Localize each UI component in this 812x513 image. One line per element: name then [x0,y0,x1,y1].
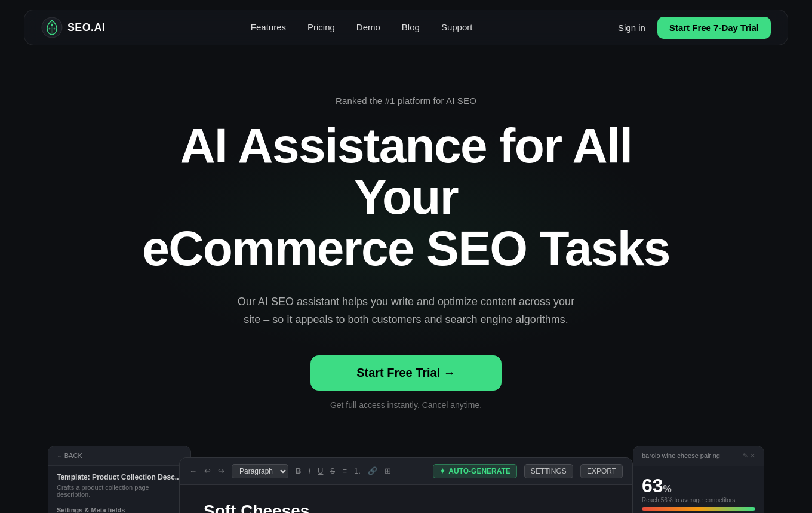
nav-support[interactable]: Support [441,22,473,32]
logo-icon [41,17,63,38]
list-icon[interactable]: ≡ [342,466,347,475]
ordered-list-icon[interactable]: 1. [354,466,361,475]
query-label: barolo wine cheese pairing [642,452,720,459]
score-bar [642,507,755,511]
undo-icon[interactable]: ↩ [204,466,211,475]
back-label: BACK [64,452,82,459]
nav-blog[interactable]: Blog [402,22,420,32]
template-description: Crafts a product collection page descrip… [57,484,182,498]
signin-link[interactable]: Sign in [618,23,645,33]
left-panel: ← BACK Template: Product Collection Desc… [48,446,191,513]
score-section: 63% Reach 56% to average competitors TY … [633,466,764,513]
hero-cta-button[interactable]: Start Free Trial → [310,355,502,391]
settings-button[interactable]: SETTINGS [524,464,573,478]
edit-icons: ✎ ✕ [743,452,755,460]
italic-icon[interactable]: I [308,466,310,475]
hero-subtitle: Our AI SEO assistant helps you write and… [233,293,579,328]
hero-title-line2: eCommerce SEO Tasks [142,221,669,275]
nav-demo[interactable]: Demo [356,22,380,32]
score-bar-fill [642,507,755,511]
nav-links: Features Pricing Demo Blog Support [251,22,473,33]
svg-point-1 [51,24,53,26]
svg-point-2 [54,28,56,30]
screenshot-section: ← BACK Template: Product Collection Desc… [0,446,812,513]
hero-note: Get full access instantly. Cancel anytim… [330,400,482,410]
template-label: Template: Product Collection Desc... [57,473,182,481]
score-row: 63% Reach 56% to average competitors [642,475,755,503]
nav-right: Sign in Start Free 7-Day Trial [618,17,771,39]
logo[interactable]: SEO.AI [41,17,105,38]
hero-badge: Ranked the #1 platform for AI SEO [336,96,476,106]
autogen-label: AUTO-GENERATE [448,467,510,475]
left-panel-content: Template: Product Collection Desc... Cra… [48,466,190,513]
back-toolbar-icon[interactable]: ← [189,466,197,475]
table-icon[interactable]: ⊞ [385,466,391,475]
nav-features[interactable]: Features [251,22,286,32]
autogen-button[interactable]: ✦ AUTO-GENERATE [433,464,517,478]
right-panel: barolo wine cheese pairing ✎ ✕ 63% Reach… [633,446,764,513]
right-panel-header: barolo wine cheese pairing ✎ ✕ [633,446,764,466]
hero-title: AI Assistance for All Your eCommerce SEO… [137,120,675,274]
editor-body: Soft Cheeses Soft cheeses present a crea… [180,485,632,513]
autogen-icon: ✦ [439,467,445,475]
paragraph-select[interactable]: Paragraph [232,464,288,478]
underline-icon[interactable]: U [318,466,323,475]
score-reach: Reach 56% to average competitors [642,497,735,503]
bold-icon[interactable]: B [296,466,301,475]
nav-pricing[interactable]: Pricing [307,22,335,32]
score-number: 63% [642,475,735,497]
editor-container: ← ↩ ↪ Paragraph B I U S̶ ≡ 1. 🔗 ⊞ ✦ AUTO… [179,457,633,513]
hero-title-line1: AI Assistance for All Your [180,118,632,224]
nav-cta-button[interactable]: Start Free 7-Day Trial [657,17,771,39]
editor-heading: Soft Cheeses [204,502,608,513]
left-panel-header: ← BACK [48,446,190,466]
svg-point-3 [49,28,51,30]
strikethrough-icon[interactable]: S̶ [330,466,335,475]
score-suffix: % [663,484,672,494]
hero-section: Ranked the #1 platform for AI SEO AI Ass… [0,0,812,446]
export-button[interactable]: EXPORT [580,464,623,478]
navbar: SEO.AI Features Pricing Demo Blog Suppor… [24,10,788,45]
logo-text: SEO.AI [67,21,105,34]
redo-icon[interactable]: ↪ [218,466,224,475]
settings-label: Settings & Meta fields [57,506,182,513]
editor-toolbar: ← ↩ ↪ Paragraph B I U S̶ ≡ 1. 🔗 ⊞ ✦ AUTO… [180,458,632,485]
link-icon[interactable]: 🔗 [368,466,377,475]
